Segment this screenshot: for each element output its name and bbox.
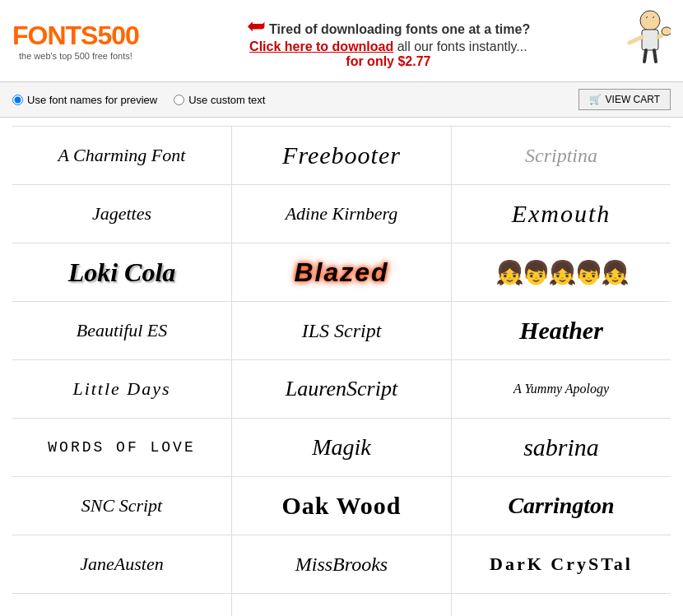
svg-point-6 (662, 27, 671, 35)
logo[interactable]: FONTS500 the web's top 500 free fonts! (12, 21, 139, 61)
use-font-names-label[interactable]: Use font names for preview (12, 94, 157, 106)
font-preview: DarK CrySTal (490, 553, 633, 575)
font-preview: A Charming Font (58, 145, 186, 166)
font-preview: Beautiful ES (77, 320, 168, 341)
font-cell[interactable]: Jagettes (12, 185, 232, 243)
font-preview: Exmouth (512, 200, 611, 228)
controls-bar: Use font names for preview Use custom te… (0, 82, 683, 118)
font-row: Beautiful ES ILS Script Heather (12, 302, 671, 360)
font-preview: ILS Script (302, 320, 382, 342)
header: FONTS500 the web's top 500 free fonts! ➥… (0, 0, 683, 82)
svg-point-0 (640, 11, 660, 30)
font-cell[interactable]: Oak Wood (232, 477, 452, 535)
font-cell[interactable]: Freebooter (232, 127, 452, 184)
font-preview: SNC Script (81, 495, 162, 516)
font-cell[interactable]: Heather (452, 302, 671, 359)
font-row: Loki Cola Blazed 👧👦👧👦👧 (12, 243, 671, 302)
use-custom-text-radio[interactable] (174, 95, 184, 105)
font-preview: joy previem (83, 614, 160, 617)
logo-500: 500 (97, 21, 138, 50)
font-row: A Charming Font Freebooter Scriptina (12, 126, 671, 185)
use-font-names-radio[interactable] (12, 95, 23, 105)
ad-line1: Tired of downloading fonts one at a time… (269, 22, 530, 36)
font-preview: ShadowedBlack (268, 612, 414, 617)
font-preview: Scriptina (525, 145, 597, 167)
font-preview: JaneAusten (80, 553, 163, 575)
font-cell[interactable]: LaurenScript (232, 360, 452, 418)
use-custom-text-label[interactable]: Use custom text (174, 94, 265, 106)
font-preview: Blazed (294, 257, 388, 288)
use-custom-text-text: Use custom text (188, 94, 265, 106)
font-preview: sabrina (523, 433, 599, 461)
font-preview: LaurenScript (286, 377, 397, 401)
ad-section: ➥ Tired of downloading fonts one at a ti… (156, 12, 621, 69)
font-preview: Magik (312, 434, 371, 461)
font-preview: CAST IRON (500, 612, 622, 616)
font-cell[interactable]: joy previem (12, 594, 232, 616)
font-preview: Little Days (72, 378, 170, 400)
font-cell[interactable]: Carrington (452, 477, 671, 535)
logo-fonts: FONTS (12, 21, 97, 50)
font-preview: Carrington (508, 493, 614, 519)
logo-text: FONTS500 (12, 21, 139, 51)
font-preview: Jagettes (92, 203, 151, 225)
font-cell[interactable]: Little Days (12, 360, 232, 418)
font-row: SNC Script Oak Wood Carrington (12, 477, 671, 535)
logo-tagline: the web's top 500 free fonts! (12, 51, 139, 61)
font-cell[interactable]: ShadowedBlack (232, 594, 452, 616)
font-cell[interactable]: Loki Cola (12, 243, 232, 301)
ad-download-link[interactable]: Click here to download (249, 39, 393, 53)
font-preview: Freebooter (282, 141, 401, 169)
font-cell[interactable]: Scriptina (452, 127, 671, 184)
font-cell[interactable]: Blazed (232, 243, 452, 301)
cart-label: VIEW CART (606, 94, 660, 105)
ad-rest: all our fonts instantly... (397, 39, 527, 53)
font-cell[interactable]: Magik (232, 419, 452, 476)
font-row: WORDS OF LOVE Magik sabrina (12, 419, 671, 477)
font-preview: Heather (519, 317, 603, 345)
cart-icon: 🛒 (589, 94, 602, 105)
font-cell[interactable]: 👧👦👧👦👧 (452, 243, 671, 301)
svg-line-4 (644, 50, 646, 62)
svg-line-5 (654, 50, 656, 62)
font-cell[interactable]: sabrina (452, 419, 671, 476)
font-cell[interactable]: Beautiful ES (12, 302, 232, 359)
font-cell[interactable]: Adine Kirnberg (232, 185, 452, 243)
font-preview: Adine Kirnberg (286, 203, 398, 225)
font-preview: WORDS OF LOVE (48, 439, 195, 456)
font-preview: Loki Cola (68, 257, 176, 288)
font-row: JaneAusten MissBrooks DarK CrySTal (12, 535, 671, 594)
font-row: Little Days LaurenScript A Yummy Apology (12, 360, 671, 419)
font-cell[interactable]: A Yummy Apology (452, 360, 671, 418)
font-cell[interactable]: Exmouth (452, 185, 671, 243)
ad-price: for only $2.77 (346, 54, 430, 68)
font-row: joy previem ShadowedBlack CAST IRON (12, 594, 671, 616)
font-preview: A Yummy Apology (513, 382, 609, 396)
svg-rect-1 (642, 30, 658, 50)
font-grid: A Charming Font Freebooter Scriptina Jag… (0, 118, 683, 616)
ad-content: ➥ Tired of downloading fonts one at a ti… (156, 12, 621, 69)
font-cell[interactable]: JaneAusten (12, 535, 232, 593)
font-cell[interactable]: DarK CrySTal (452, 535, 671, 593)
mascot-image (621, 8, 671, 73)
use-font-names-text: Use font names for preview (27, 94, 157, 106)
ad-arrow-icon: ➥ (247, 12, 266, 39)
svg-line-2 (630, 37, 642, 43)
font-cell[interactable]: CAST IRON (452, 594, 671, 616)
font-cell[interactable]: A Charming Font (12, 127, 232, 184)
view-cart-button[interactable]: 🛒 VIEW CART (578, 89, 671, 110)
font-cell[interactable]: MissBrooks (232, 535, 452, 593)
font-cell[interactable]: ILS Script (232, 302, 452, 359)
font-preview: Oak Wood (281, 492, 401, 520)
font-cell[interactable]: SNC Script (12, 477, 232, 535)
font-cell[interactable]: WORDS OF LOVE (12, 419, 232, 476)
font-row: Jagettes Adine Kirnberg Exmouth (12, 185, 671, 243)
font-preview: MissBrooks (295, 553, 388, 576)
font-preview: 👧👦👧👦👧 (495, 259, 627, 286)
